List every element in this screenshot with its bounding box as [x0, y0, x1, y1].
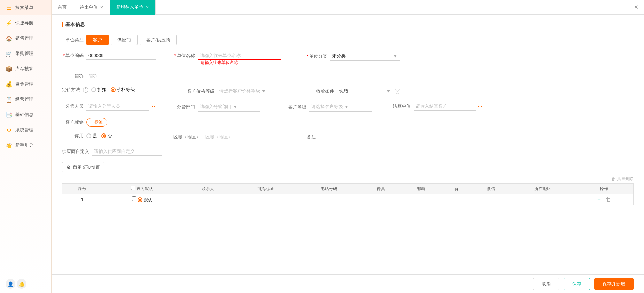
- unit-category-field: *单位分类 未分类 ▼: [306, 51, 403, 61]
- unit-name-input[interactable]: [198, 51, 281, 60]
- newbie-icon: 👋: [6, 142, 13, 149]
- unit-name-error: 请输入往来单位名称: [201, 60, 238, 65]
- manager-input[interactable]: [86, 102, 149, 111]
- dept-field: 分管部门 请输入分管部门 ▼: [173, 102, 278, 112]
- sidebar-item-label: 快捷导航: [15, 20, 33, 26]
- custom-settings-btn[interactable]: ⚙ 自定义项设置: [62, 162, 104, 172]
- customer-level-select[interactable]: 请选择客户等级 ▼: [309, 102, 372, 112]
- type-btn-supplier[interactable]: 供应商: [111, 35, 138, 45]
- row-seq: 1: [62, 194, 102, 205]
- settings-gear-icon: ⚙: [66, 165, 71, 170]
- batch-delete-btn[interactable]: 🗑 批量删除: [611, 176, 634, 182]
- select-all-checkbox[interactable]: [131, 186, 135, 190]
- cancel-button[interactable]: 取消: [533, 278, 559, 290]
- sidebar-item-purchase[interactable]: 🛒 采购管理: [0, 46, 51, 61]
- sidebar-item-basicinfo[interactable]: 📑 基础信息: [0, 107, 51, 122]
- customer-price-level-label: 客户价格等级: [187, 88, 217, 95]
- sidebar-item-label: 库存核算: [15, 66, 33, 72]
- payment-caret-icon: ▼: [386, 89, 391, 94]
- payment-terms-select[interactable]: 现结 ▼: [337, 87, 393, 96]
- tab-home[interactable]: 首页: [52, 0, 73, 15]
- sidebar-item-inventory[interactable]: 📦 库存核算: [0, 61, 51, 76]
- unit-code-input[interactable]: [86, 51, 156, 60]
- col-default: 设为默认: [102, 184, 182, 194]
- manager-field: 分管人员 ···: [62, 102, 166, 111]
- sidebar-item-quicknav[interactable]: ⚡ 快捷导航: [0, 15, 51, 31]
- disabled-yes[interactable]: 是: [86, 133, 97, 139]
- tab-new-contact[interactable]: 新增往来单位 ✕: [110, 0, 156, 15]
- col-contact: 联系人: [182, 184, 234, 194]
- row-actions: ＋ 🗑: [574, 194, 634, 205]
- row-delete-btn[interactable]: 🗑: [606, 196, 611, 202]
- customer-level-label: 客户等级: [285, 104, 309, 110]
- short-name-input[interactable]: [86, 72, 156, 80]
- row-add-btn[interactable]: ＋: [596, 196, 602, 202]
- tab-new-contact-close[interactable]: ✕: [146, 5, 149, 10]
- pricing-discount[interactable]: 折扣: [91, 87, 107, 93]
- region-field: 区域（地区） ···: [173, 133, 280, 141]
- row-checkbox[interactable]: [132, 196, 136, 201]
- sidebar-bottom: 👤 🔔: [0, 275, 51, 293]
- col-action: 操作: [574, 184, 634, 194]
- row-fax: [361, 194, 401, 205]
- row-default-radio[interactable]: 默认: [138, 197, 152, 203]
- pricing-method-field: 定价方法 ? 折扣 价格等级: [62, 87, 173, 93]
- customer-level-caret-icon: ▼: [344, 104, 349, 109]
- disabled-no[interactable]: 否: [101, 133, 112, 139]
- unit-name-label: *单位名称: [173, 52, 198, 59]
- customer-price-level-select[interactable]: 请选择客户价格等级 ▼: [217, 87, 287, 96]
- remark-input[interactable]: [319, 133, 423, 141]
- price-level-radio: [111, 87, 116, 92]
- section-header: 基本信息: [62, 22, 634, 28]
- tab-contacts[interactable]: 往来单位 ✕: [73, 0, 110, 15]
- save-button[interactable]: 保存: [564, 278, 590, 290]
- supplier-custom-label: 供应商自定义: [62, 148, 92, 155]
- disabled-no-dot: [103, 135, 105, 137]
- region-more-btn[interactable]: ···: [273, 134, 280, 140]
- sidebar-item-newbie[interactable]: 👋 新手引导: [0, 138, 51, 153]
- settle-unit-input[interactable]: [414, 102, 476, 111]
- sidebar-item-search[interactable]: ☰ 搜索菜单: [0, 0, 51, 15]
- supplier-custom-input[interactable]: [92, 147, 162, 156]
- supplier-custom-row: 供应商自定义: [62, 147, 634, 156]
- pricing-help-icon[interactable]: ?: [83, 87, 88, 93]
- settle-unit-more-btn[interactable]: ···: [476, 103, 484, 109]
- save-new-button[interactable]: 保存并新增: [594, 278, 634, 290]
- notification-icon[interactable]: 🔔: [17, 279, 26, 289]
- inventory-icon: 📦: [6, 65, 13, 72]
- remark-label: 备注: [294, 134, 319, 140]
- settle-unit-label: 结算单位: [389, 103, 414, 109]
- sidebar-item-ops[interactable]: 📋 经营管理: [0, 92, 51, 107]
- table-header-row: 🗑 批量删除: [62, 176, 634, 182]
- col-seq: 序号: [62, 184, 102, 194]
- unit-category-label: *单位分类: [306, 53, 330, 59]
- sidebar-item-sales[interactable]: 🏠 销售管理: [0, 31, 51, 46]
- close-all-tabs[interactable]: ✕: [628, 4, 644, 10]
- tab-contacts-close[interactable]: ✕: [100, 5, 103, 10]
- tags-label: 客户标签: [62, 119, 86, 125]
- region-label: 区域（地区）: [173, 134, 203, 140]
- add-tag-btn[interactable]: + 标签: [86, 118, 107, 127]
- user-avatar[interactable]: 👤: [6, 279, 15, 289]
- section-title: 基本信息: [65, 22, 85, 28]
- sidebar-item-label: 采购管理: [15, 50, 33, 57]
- pricing-level[interactable]: 价格等级: [111, 87, 135, 93]
- type-btn-customer[interactable]: 客户: [86, 35, 109, 45]
- unit-category-select[interactable]: 未分类 ▼: [330, 51, 400, 61]
- payment-help-icon[interactable]: ?: [395, 89, 400, 94]
- sidebar-item-label: 新手引导: [15, 142, 33, 148]
- price-level-caret-icon: ▼: [261, 89, 266, 94]
- unit-type-btn-group: 客户 供应商 客户/供应商: [86, 35, 177, 45]
- type-btn-both[interactable]: 客户/供应商: [140, 35, 177, 45]
- code-name-category-row: *单位编码 *单位名称 请输入往来单位名称 *单位分类 未分类 ▼: [62, 51, 634, 66]
- row-region: [511, 194, 574, 205]
- col-email: 邮箱: [401, 184, 441, 194]
- dept-select[interactable]: 请输入分管部门 ▼: [198, 102, 260, 112]
- manager-more-btn[interactable]: ···: [149, 103, 156, 109]
- region-input[interactable]: [203, 133, 273, 141]
- sidebar-item-sys[interactable]: ⚙ 系统管理: [0, 122, 51, 138]
- disabled-no-radio: [101, 133, 106, 138]
- sidebar-item-finance[interactable]: 💰 资金管理: [0, 76, 51, 92]
- customer-level-field: 客户等级 请选择客户等级 ▼: [285, 102, 382, 112]
- batch-delete-icon: 🗑: [611, 177, 615, 181]
